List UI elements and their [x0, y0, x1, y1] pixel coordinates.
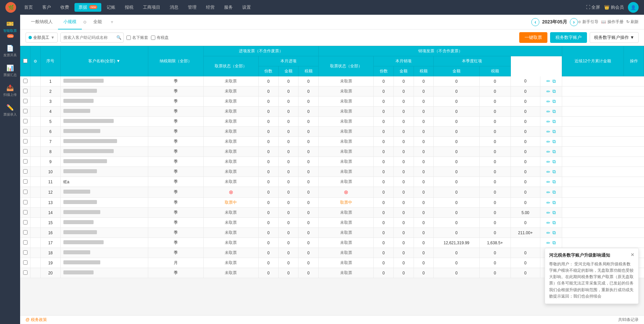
cell-check[interactable]: [20, 157, 31, 167]
refresh-btn[interactable]: ↻ 刷新: [626, 19, 639, 25]
sidebar-item-scan[interactable]: 📤 扫描上传: [1, 81, 19, 100]
copy-icon[interactable]: ⧉: [552, 119, 556, 124]
nav-invoice[interactable]: 票据 new: [74, 3, 101, 12]
copy-icon[interactable]: ⧉: [552, 210, 556, 215]
cell-check[interactable]: [20, 208, 31, 218]
cell-check[interactable]: [20, 127, 31, 137]
notification-close-btn[interactable]: ✕: [631, 252, 634, 258]
edit-icon[interactable]: ✏: [546, 240, 550, 246]
copy-icon[interactable]: ⧉: [552, 240, 556, 246]
copy-icon[interactable]: ⧉: [552, 149, 556, 154]
has-tax-checkbox-label[interactable]: 有税盘: [151, 35, 169, 41]
sidebar-item-smart-invoice[interactable]: 🎫 智能取票 new: [1, 17, 19, 41]
down-account-checkbox[interactable]: [126, 36, 131, 40]
search-icon[interactable]: 🔍: [114, 35, 123, 40]
cell-check[interactable]: [20, 86, 31, 96]
copy-icon[interactable]: ⧉: [552, 169, 556, 175]
nav-fee[interactable]: 收费: [56, 3, 73, 12]
cell-check[interactable]: [20, 147, 31, 157]
nav-home[interactable]: 首页: [20, 3, 37, 12]
edit-icon[interactable]: ✏: [546, 129, 550, 134]
cell-tax-period: 季: [148, 208, 203, 218]
edit-icon[interactable]: ✏: [546, 109, 550, 114]
cell-check[interactable]: [20, 177, 31, 187]
edit-icon[interactable]: ✏: [546, 190, 550, 195]
tax-policy-link[interactable]: @ 税务政策: [25, 317, 47, 323]
cell-check[interactable]: [20, 137, 31, 147]
copy-icon[interactable]: ⧉: [552, 179, 556, 185]
cell-check[interactable]: [20, 268, 31, 278]
sidebar-item-entry[interactable]: ✏️ 票据录入: [1, 101, 19, 120]
edit-icon[interactable]: ✏: [546, 119, 550, 124]
copy-icon[interactable]: ⧉: [552, 129, 556, 134]
nav-message[interactable]: 消息: [166, 3, 182, 12]
cell-check[interactable]: [20, 218, 31, 228]
period-next-btn[interactable]: ›: [570, 18, 578, 26]
sidebar-item-summary[interactable]: 📊 票据汇总: [1, 62, 19, 80]
copy-icon[interactable]: ⧉: [552, 109, 556, 114]
edit-icon[interactable]: ✏: [546, 200, 550, 205]
cell-check[interactable]: [20, 167, 31, 177]
cell-out-tax: 0: [414, 258, 434, 268]
edit-icon[interactable]: ✏: [546, 78, 550, 84]
cell-check[interactable]: [20, 107, 31, 117]
has-tax-checkbox[interactable]: [151, 36, 155, 40]
nav-client[interactable]: 客户: [38, 3, 55, 12]
cell-check[interactable]: [20, 117, 31, 127]
nav-settings[interactable]: 设置: [238, 3, 255, 12]
copy-icon[interactable]: ⧉: [552, 99, 556, 104]
edit-icon[interactable]: ✏: [546, 169, 550, 175]
nav-business[interactable]: 工商项目: [139, 3, 164, 12]
cell-check[interactable]: [20, 258, 31, 268]
new-guide-btn[interactable]: ⊙ 新手引导: [578, 19, 598, 25]
edit-icon[interactable]: ✏: [546, 99, 550, 104]
nav-operation[interactable]: 经营: [202, 3, 219, 12]
digital-account-btn[interactable]: 税务数字账户: [550, 32, 587, 43]
cell-red-tax: 0: [479, 137, 511, 147]
tab-general-taxpayer[interactable]: 一般纳税人: [25, 15, 58, 29]
nav-manage[interactable]: 管理: [184, 3, 201, 12]
edit-icon[interactable]: ✏: [546, 89, 550, 94]
cell-check[interactable]: [20, 248, 31, 258]
cell-check[interactable]: [20, 76, 31, 86]
edit-icon[interactable]: ✏: [546, 230, 550, 236]
cell-check[interactable]: [20, 187, 31, 198]
tab-all[interactable]: 全能: [88, 15, 107, 29]
edit-icon[interactable]: ✏: [546, 149, 550, 154]
copy-icon[interactable]: ⧉: [552, 78, 556, 84]
settings-icon[interactable]: ⚙: [34, 59, 37, 64]
copy-icon[interactable]: ⧉: [552, 159, 556, 165]
cell-check[interactable]: [20, 96, 31, 107]
search-input[interactable]: [61, 33, 114, 42]
edit-icon[interactable]: ✏: [546, 139, 550, 144]
tab-small-scale[interactable]: 小规模: [58, 15, 82, 29]
cell-check[interactable]: [20, 228, 31, 238]
cell-check[interactable]: [20, 198, 31, 208]
th-check: [20, 46, 31, 76]
edit-icon[interactable]: ✏: [546, 210, 550, 215]
digital-operate-btn[interactable]: 税务数字账户操作 ▼: [590, 32, 639, 43]
cell-check[interactable]: [20, 238, 31, 248]
down-account-checkbox-label[interactable]: 名下账套: [126, 35, 148, 41]
nav-tax[interactable]: 报税: [121, 3, 138, 12]
copy-icon[interactable]: ⧉: [552, 230, 556, 236]
one-click-invoice-btn[interactable]: 一键取票: [519, 32, 547, 43]
edit-icon[interactable]: ✏: [546, 179, 550, 185]
edit-icon[interactable]: ✏: [546, 220, 550, 225]
copy-icon[interactable]: ⧉: [552, 189, 556, 195]
copy-icon[interactable]: ⧉: [552, 200, 556, 205]
copy-icon[interactable]: ⧉: [552, 220, 556, 225]
nav-service[interactable]: 服务: [220, 3, 237, 12]
member-btn[interactable]: 👑 购会员: [604, 4, 624, 10]
copy-icon[interactable]: ⧉: [552, 88, 556, 94]
edit-icon[interactable]: ✏: [546, 159, 550, 165]
sidebar-item-open-invoice[interactable]: 📄 发票开具: [1, 42, 19, 60]
user-avatar[interactable]: 👤: [628, 2, 639, 13]
select-all-checkbox[interactable]: [23, 59, 28, 63]
copy-icon[interactable]: ⧉: [552, 139, 556, 144]
fullscreen-btn[interactable]: ⛶ 全屏: [586, 4, 600, 10]
period-prev-btn[interactable]: ‹: [531, 18, 539, 26]
nav-bookkeeping[interactable]: 记账: [103, 3, 119, 12]
manual-btn[interactable]: 📖 操作手册: [601, 19, 623, 25]
employee-select[interactable]: 全部员工 ▼: [25, 33, 58, 43]
